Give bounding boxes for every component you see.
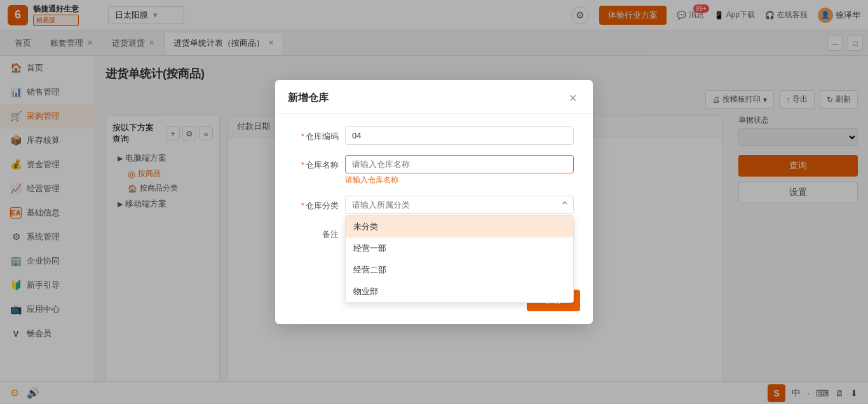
dropdown-item-dept3[interactable]: 物业部 xyxy=(346,281,573,302)
new-warehouse-dialog: 新增仓库 ✕ 仓库编码 仓库名称 请输入仓库名称 仓库分类 ⌃ xyxy=(275,80,593,324)
category-dropdown: 未分类 经营一部 经营二部 物业部 xyxy=(345,215,574,303)
name-label: 仓库名称 xyxy=(294,155,345,171)
dropdown-item-dept2[interactable]: 经营二部 xyxy=(346,259,573,281)
warehouse-category-row: 仓库分类 ⌃ 未分类 经营一部 经营二部 物业部 xyxy=(294,196,574,214)
category-control: ⌃ 未分类 经营一部 经营二部 物业部 xyxy=(345,196,574,214)
dropdown-item-dept1[interactable]: 经营一部 xyxy=(346,238,573,259)
dialog-title: 新增仓库 xyxy=(288,91,329,105)
dialog-header: 新增仓库 ✕ xyxy=(275,80,593,114)
warehouse-code-row: 仓库编码 xyxy=(294,126,574,145)
warehouse-name-input[interactable] xyxy=(345,155,574,173)
code-control xyxy=(345,126,574,145)
dialog-body: 仓库编码 仓库名称 请输入仓库名称 仓库分类 ⌃ 未分类 经营一部 xyxy=(275,114,593,290)
dropdown-item-uncategorized[interactable]: 未分类 xyxy=(346,216,573,238)
name-error-message: 请输入仓库名称 xyxy=(345,175,574,185)
dialog-close-button[interactable]: ✕ xyxy=(565,90,580,105)
category-label: 仓库分类 xyxy=(294,196,345,212)
code-label: 仓库编码 xyxy=(294,126,345,142)
warehouse-name-row: 仓库名称 请输入仓库名称 xyxy=(294,155,574,185)
name-control: 请输入仓库名称 xyxy=(345,155,574,185)
warehouse-code-input[interactable] xyxy=(345,126,574,145)
remark-label: 备注 xyxy=(294,224,345,240)
warehouse-category-input[interactable] xyxy=(345,196,574,214)
